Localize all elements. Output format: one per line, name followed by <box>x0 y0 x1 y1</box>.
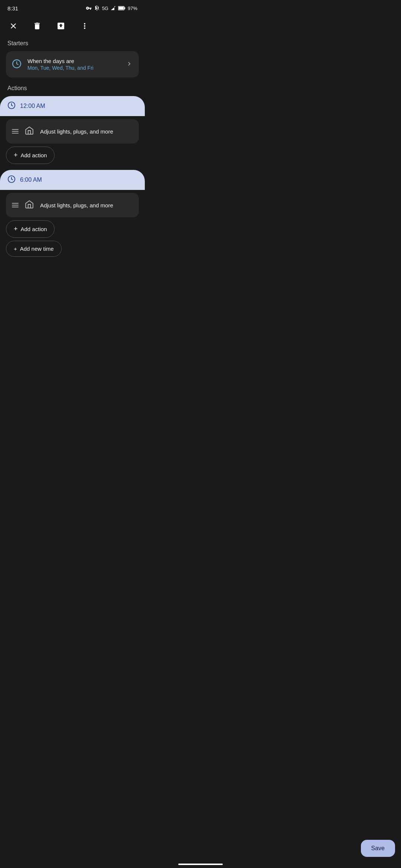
add-new-time-label: Add new time <box>20 246 54 252</box>
starter-card-title: When the days are <box>27 58 94 64</box>
time-clock-icon-midnight <box>7 101 16 111</box>
action-card-text-midnight: Adjust lights, plugs, and more <box>40 128 113 135</box>
actions-label: Actions <box>0 83 145 96</box>
battery-icon <box>118 6 125 11</box>
time-label-6am: 6:00 AM <box>20 177 42 183</box>
delete-button[interactable] <box>30 19 45 33</box>
time-block-6am[interactable]: 6:00 AM <box>0 170 145 190</box>
chevron-right-icon <box>125 60 133 69</box>
action-card-text-6am: Adjust lights, plugs, and more <box>40 202 113 208</box>
time-clock-icon-6am <box>7 175 16 185</box>
bell-off-icon <box>94 5 100 11</box>
more-options-button[interactable] <box>77 19 92 33</box>
battery-percent: 97% <box>128 6 137 11</box>
add-action-label-6am: Add action <box>21 226 47 232</box>
action-card-midnight[interactable]: Adjust lights, plugs, and more <box>6 119 139 144</box>
drag-handle-midnight <box>12 129 19 134</box>
network-type: 5G <box>102 6 108 11</box>
plus-icon-6am: + <box>14 225 18 233</box>
plus-icon-midnight: + <box>14 151 18 159</box>
add-action-button-midnight[interactable]: + Add action <box>6 147 55 164</box>
action-card-6am[interactable]: Adjust lights, plugs, and more <box>6 193 139 217</box>
time-group-6am: 6:00 AM Adjust lights, plugs, and more +… <box>0 170 145 257</box>
time-group-midnight: 12:00 AM Adjust lights, plugs, and more … <box>0 96 145 164</box>
starter-card-text: When the days are Mon, Tue, Wed, Thu, an… <box>27 58 94 71</box>
svg-rect-1 <box>124 7 125 9</box>
plus-icon-new-time: + <box>14 246 17 252</box>
starter-card[interactable]: When the days are Mon, Tue, Wed, Thu, an… <box>6 51 139 78</box>
home-icon-midnight <box>25 126 34 137</box>
time-block-midnight[interactable]: 12:00 AM <box>0 96 145 116</box>
status-time: 8:31 <box>7 5 18 11</box>
clock-icon <box>12 59 22 70</box>
starter-card-left: When the days are Mon, Tue, Wed, Thu, an… <box>12 58 94 71</box>
svg-rect-2 <box>118 7 124 10</box>
key-icon <box>86 5 92 11</box>
signal-icon <box>111 6 116 11</box>
drag-handle-6am <box>12 203 19 207</box>
share-button[interactable] <box>53 19 68 33</box>
time-label-midnight: 12:00 AM <box>20 103 45 109</box>
close-button[interactable] <box>6 19 21 33</box>
starters-label: Starters <box>0 37 145 51</box>
add-new-time-button[interactable]: + Add new time <box>6 241 62 257</box>
add-action-button-6am[interactable]: + Add action <box>6 220 55 238</box>
toolbar <box>0 15 145 37</box>
home-icon-6am <box>25 200 34 211</box>
add-action-label-midnight: Add action <box>21 152 47 158</box>
status-bar: 8:31 5G 97% <box>0 0 145 15</box>
starter-card-subtitle: Mon, Tue, Wed, Thu, and Fri <box>27 65 94 71</box>
status-icons: 5G 97% <box>86 5 137 11</box>
